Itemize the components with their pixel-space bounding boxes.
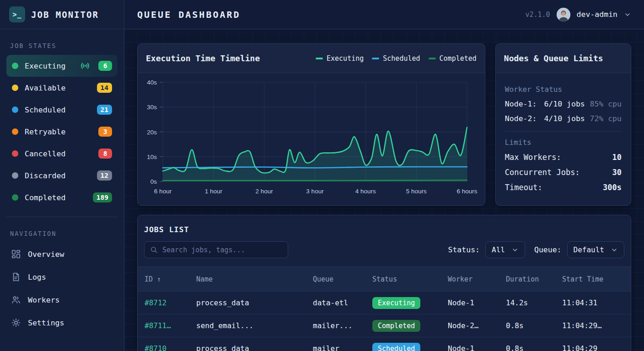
- limit-value: 300s: [603, 183, 622, 192]
- sidebar-state-cancelled[interactable]: Cancelled8: [6, 143, 118, 165]
- state-label: Retryable: [25, 128, 65, 136]
- svg-text:3 hour: 3 hour: [306, 188, 324, 195]
- state-label: Available: [25, 84, 65, 92]
- table-row[interactable]: #8711…send_email...mailer...CompletedNod…: [138, 314, 631, 337]
- jobs-list-card: JOBS LIST Status:AllQueue:Default ID ↑Na…: [137, 215, 631, 351]
- job-worker: Node-1: [448, 344, 506, 351]
- svg-text:6 hour: 6 hour: [154, 188, 172, 195]
- column-header[interactable]: Status: [372, 275, 448, 283]
- worker-jobs: 6/10 jobs: [544, 100, 585, 108]
- execution-time-card: Execution Time Timeline ExecutingSchedul…: [137, 43, 485, 206]
- sidebar-state-completed[interactable]: Completed189: [6, 186, 118, 208]
- worker-status-heading: Worker Status: [505, 85, 622, 94]
- state-dot: [12, 194, 18, 201]
- status-badge: Executing: [372, 297, 420, 309]
- nodes-card-body: Worker Status Node-1:6/10 jobs85% cpuNod…: [496, 73, 631, 203]
- worker-name: Node-2:: [505, 114, 537, 123]
- chevron-down-icon[interactable]: [624, 11, 631, 18]
- job-worker: Node-1: [448, 298, 506, 307]
- sidebar-state-discarded[interactable]: Discarded12: [6, 165, 118, 186]
- state-dot: [12, 150, 18, 157]
- document-icon: [11, 272, 21, 282]
- legend-scheduled: Scheduled: [372, 54, 420, 63]
- column-header[interactable]: ID ↑: [145, 275, 196, 283]
- svg-text:2 hour: 2 hour: [256, 188, 274, 195]
- avatar-image: [557, 8, 570, 21]
- sidebar-item-logs[interactable]: Logs: [6, 266, 118, 288]
- svg-text:4 hours: 4 hours: [355, 188, 376, 195]
- limit-row: Concurrent Jobs:30: [505, 168, 622, 177]
- job-start-time: 11:04:31: [562, 298, 631, 307]
- svg-text:30s: 30s: [147, 104, 157, 111]
- sidebar-state-scheduled[interactable]: Scheduled21: [6, 99, 118, 121]
- jobs-search-box[interactable]: [144, 241, 288, 258]
- nav-label: Logs: [28, 273, 46, 282]
- svg-text:20s: 20s: [147, 129, 157, 136]
- sidebar-item-settings[interactable]: Settings: [6, 311, 118, 334]
- status-select[interactable]: All: [485, 241, 525, 258]
- worker-cpu: 72% cpu: [590, 114, 622, 123]
- search-icon: [150, 246, 158, 254]
- state-label: Scheduled: [25, 106, 65, 114]
- limit-row: Max Workers:10: [505, 153, 622, 162]
- sidebar-item-workers[interactable]: Workers: [6, 288, 118, 311]
- column-header[interactable]: Start Time: [562, 275, 631, 283]
- page-title: QUEUE DASHBOARD: [137, 9, 241, 20]
- svg-text:10s: 10s: [147, 154, 157, 160]
- legend-swatch: [429, 58, 436, 59]
- filter-label: Queue:: [534, 245, 562, 254]
- user-avatar[interactable]: [557, 8, 570, 21]
- limit-value: 10: [612, 153, 622, 162]
- job-states-heading: JOB STATES: [10, 42, 114, 49]
- topbar: QUEUE DASHBOARD v2.1.0 dev-admin: [124, 0, 644, 29]
- column-header[interactable]: Queue: [313, 275, 372, 283]
- user-menu[interactable]: dev-admin: [577, 10, 617, 19]
- state-count-badge: 3: [98, 127, 112, 137]
- job-id-link[interactable]: #8711…: [145, 321, 196, 330]
- top-cards-row: Execution Time Timeline ExecutingSchedul…: [137, 43, 631, 206]
- state-dot: [12, 128, 18, 135]
- column-header[interactable]: Name: [196, 275, 313, 283]
- limit-label: Concurrent Jobs:: [505, 168, 580, 177]
- logo-row: >_ JOB MONITOR: [0, 0, 124, 29]
- state-count-badge: 6: [98, 61, 112, 71]
- job-worker: Node-2…: [448, 321, 506, 330]
- worker-status-row: Node-2:4/10 jobs72% cpu: [505, 114, 622, 123]
- worker-status-row: Node-1:6/10 jobs85% cpu: [505, 100, 622, 108]
- limit-value: 30: [612, 168, 622, 177]
- job-duration: 0.8s: [506, 321, 562, 330]
- table-row[interactable]: #8710process_datamailerScheduledNode-10.…: [138, 337, 631, 351]
- search-input[interactable]: [162, 246, 282, 254]
- state-label: Discarded: [25, 171, 65, 180]
- column-header[interactable]: Duration: [506, 275, 562, 283]
- nodes-card-header: Nodes & Queue Limits: [496, 44, 631, 73]
- sidebar-state-executing[interactable]: Executing6: [6, 55, 118, 77]
- chevron-down-icon: [511, 246, 519, 254]
- nav-label: Settings: [28, 319, 64, 327]
- nav-label: Overview: [28, 250, 64, 259]
- legend-label: Completed: [440, 54, 477, 63]
- queue-select[interactable]: Default: [567, 241, 624, 258]
- selected-value: All: [492, 245, 505, 254]
- sidebar-state-retryable[interactable]: Retryable3: [6, 121, 118, 143]
- sidebar-state-available[interactable]: Available14: [6, 77, 118, 99]
- sidebar-item-overview[interactable]: Overview: [6, 243, 118, 266]
- svg-text:40s: 40s: [147, 79, 157, 86]
- chevron-down-icon: [611, 246, 618, 254]
- column-header[interactable]: Worker: [448, 275, 506, 283]
- job-id-link[interactable]: #8710: [145, 344, 196, 351]
- limit-label: Timeout:: [505, 183, 542, 192]
- state-count-badge: 189: [93, 192, 112, 202]
- state-dot: [12, 85, 18, 91]
- legend-swatch: [316, 58, 323, 59]
- filter-queue: Queue:Default: [534, 241, 624, 258]
- state-count-badge: 12: [97, 170, 112, 181]
- jobs-filters: Status:AllQueue:Default: [448, 241, 625, 258]
- job-id-link[interactable]: #8712: [145, 298, 196, 307]
- state-dot: [12, 63, 18, 69]
- svg-text:6 hours: 6 hours: [456, 188, 477, 195]
- job-states-list: Executing6Available14Scheduled21Retryabl…: [6, 55, 118, 208]
- legend-swatch: [372, 58, 379, 59]
- table-row[interactable]: #8712process_datadata-etlExecutingNode-1…: [138, 291, 631, 314]
- state-count-badge: 14: [97, 83, 112, 93]
